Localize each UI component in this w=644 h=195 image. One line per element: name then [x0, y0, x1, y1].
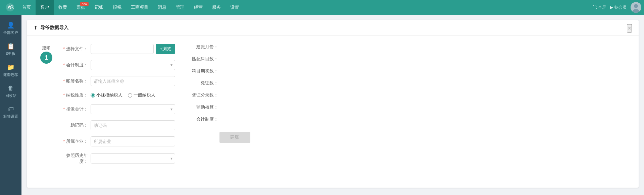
history-year-row: 参照历史年度：: [61, 152, 175, 165]
step-circle: 1: [40, 52, 52, 64]
nav-item-customers[interactable]: 客户: [36, 0, 54, 15]
nav-item-tickets[interactable]: 票据 new: [72, 0, 90, 15]
nav-item-services[interactable]: 服务: [207, 0, 226, 15]
file-input[interactable]: [91, 44, 154, 54]
top-nav: 首页 客户 收费 票据 new 记账 报税 工商项目 消息 管理 经营 服务 设…: [0, 0, 644, 15]
small-taxpayer-radio[interactable]: [91, 93, 95, 97]
sidebar-item-all-customers[interactable]: 👤 全部客户: [0, 18, 21, 38]
browse-button[interactable]: +浏览: [156, 44, 175, 54]
match-subject-row: 匹配科目数：: [188, 56, 282, 62]
avatar[interactable]: [631, 2, 641, 13]
nav-item-settings[interactable]: 设置: [226, 0, 244, 15]
accounting-system-row: * 会计制度：: [61, 60, 175, 70]
tag-icon: 🏷: [8, 106, 14, 113]
nav-right: ⛶ 全屏 ▶ 畅会员: [593, 2, 641, 13]
company-input[interactable]: [91, 136, 175, 146]
file-label: * 选择文件：: [61, 46, 88, 52]
history-year-select[interactable]: [91, 153, 175, 164]
build-month-label: 建账月份：: [188, 44, 218, 50]
file-input-group: +浏览: [91, 44, 175, 54]
form-area: 建账 1 * 选择文件： +浏览: [27, 36, 639, 179]
new-badge: new: [80, 2, 89, 6]
sidebar-item-zero-declaration[interactable]: 📋 0申报: [0, 39, 21, 59]
accountant-label: * 指派会计：: [61, 106, 88, 112]
memo-label: 助记码：: [61, 122, 88, 128]
sidebar-item-recycle[interactable]: 🗑 回收站: [0, 81, 21, 101]
history-year-select-wrap: [91, 153, 175, 164]
step-indicator: 建账 1: [40, 44, 52, 64]
memo-row: 助记码：: [61, 120, 175, 130]
dialog-title: 导爷数据导入: [40, 25, 68, 31]
accounting-system-label: * 会计制度：: [61, 62, 88, 68]
accounting-system-select-wrap: [91, 60, 175, 70]
migrate-icon: 📁: [7, 64, 14, 71]
small-taxpayer-option[interactable]: 小规模纳税人: [91, 92, 122, 98]
general-taxpayer-radio[interactable]: [128, 93, 132, 97]
company-label: * 所属企业：: [61, 138, 88, 144]
tax-type-row: * 纳税性质： 小规模纳税人 一般纳税人: [61, 92, 175, 98]
voucher-count-label: 凭证数：: [188, 80, 218, 86]
memo-input[interactable]: [91, 120, 175, 130]
accountant-row: * 指派会计：: [61, 104, 175, 114]
ledger-name-row: * 账簿名称：: [61, 76, 175, 86]
nav-item-operations[interactable]: 经营: [189, 0, 207, 15]
build-month-row: 建账月份：: [188, 44, 282, 50]
right-accounting-system-row: 会计制度：: [188, 116, 282, 122]
step-form-wrap: 建账 1 * 选择文件： +浏览: [40, 44, 175, 171]
import-icon: ⬆: [34, 25, 38, 30]
fullscreen-icon: ⛶: [593, 5, 597, 10]
person-icon: 👤: [7, 21, 14, 29]
tax-type-label: * 纳税性质：: [61, 92, 88, 98]
dialog-panel: ⬆ 导爷数据导入 × 建账 1: [27, 20, 639, 188]
history-year-label: 参照历史年度：: [61, 152, 88, 165]
step-label: 建账: [42, 45, 50, 51]
close-button[interactable]: ×: [627, 24, 632, 32]
aux-accounting-row: 辅助核算：: [188, 104, 282, 110]
left-form: * 选择文件： +浏览 * 会计制度：: [61, 44, 175, 171]
ledger-name-input[interactable]: [91, 76, 175, 86]
aux-accounting-label: 辅助核算：: [188, 104, 218, 110]
nav-item-messages[interactable]: 消息: [153, 0, 171, 15]
dialog-header: ⬆ 导爷数据导入: [27, 20, 639, 36]
company-row: * 所属企业：: [61, 136, 175, 146]
sidebar-item-migrate[interactable]: 📁 账套迁移: [0, 60, 21, 80]
initial-balance-label: 科目期初数：: [188, 68, 218, 74]
right-form: 建账月份： 匹配科目数： 科目期初数： 凭证数：: [188, 44, 282, 171]
nav-item-management[interactable]: 管理: [171, 0, 189, 15]
member-icon: ▶: [610, 5, 613, 10]
content-area: ⬆ 导爷数据导入 × 建账 1: [21, 15, 644, 195]
accountant-select[interactable]: [91, 104, 175, 114]
build-account-button[interactable]: 建账: [219, 132, 250, 143]
accounting-system-select[interactable]: [91, 60, 175, 70]
svg-point-3: [634, 4, 638, 8]
voucher-count-row: 凭证数：: [188, 80, 282, 86]
voucher-entry-row: 凭证分录数：: [188, 92, 282, 98]
nav-item-bookkeeping[interactable]: 记账: [90, 0, 108, 15]
nav-item-home[interactable]: 首页: [17, 0, 36, 15]
general-taxpayer-option[interactable]: 一般纳税人: [128, 92, 155, 98]
right-accounting-system-label: 会计制度：: [188, 116, 218, 122]
trash-icon: 🗑: [8, 85, 14, 92]
declaration-icon: 📋: [7, 43, 14, 50]
nav-logo: [3, 0, 17, 15]
fullscreen-btn[interactable]: ⛶ 全屏: [593, 5, 606, 10]
main-layout: 👤 全部客户 📋 0申报 📁 账套迁移 🗑 回收站 🏷 标签设置 ⬆ 导爷数据导…: [0, 15, 644, 195]
initial-balance-row: 科目期初数：: [188, 68, 282, 74]
nav-item-tax[interactable]: 报税: [108, 0, 126, 15]
nav-item-business[interactable]: 工商项目: [126, 0, 153, 15]
accountant-select-wrap: [91, 104, 175, 114]
file-row: * 选择文件： +浏览: [61, 44, 175, 54]
voucher-entry-label: 凭证分录数：: [188, 92, 218, 98]
sidebar-item-tags[interactable]: 🏷 标签设置: [0, 102, 21, 122]
nav-item-fees[interactable]: 收费: [54, 0, 72, 15]
match-subject-label: 匹配科目数：: [188, 56, 218, 62]
ledger-name-label: * 账簿名称：: [61, 78, 88, 84]
sidebar: 👤 全部客户 📋 0申报 📁 账套迁移 🗑 回收站 🏷 标签设置: [0, 15, 21, 195]
member-btn[interactable]: ▶ 畅会员: [610, 5, 627, 10]
tax-type-radio-group: 小规模纳税人 一般纳税人: [91, 92, 175, 98]
